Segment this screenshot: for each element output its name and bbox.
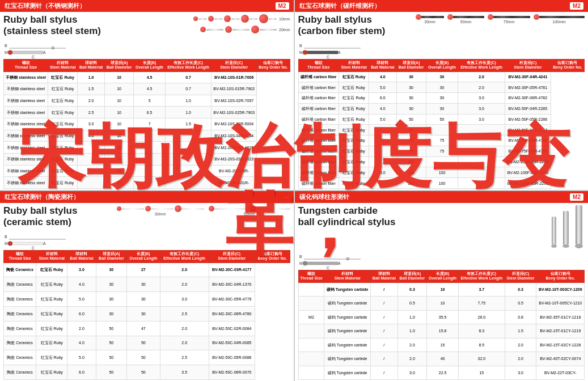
svg-text:M: M	[299, 50, 303, 54]
table-row: 陶瓷 Ceramics红宝石 Ruby3.030272.0BV-M2-30C-0…	[4, 263, 290, 277]
th-ball-mat-cer: 球材料Ball Material	[67, 250, 96, 263]
table-cell	[458, 136, 505, 146]
panel-header-tungsten: 碳化钨球柱形测针 M2	[295, 191, 589, 203]
table-cell: BV-M2-100F-06R-2289	[505, 156, 551, 167]
svg-rect-26	[576, 205, 582, 245]
table-cell: 1.0	[78, 71, 105, 83]
table-cell: 碳钨 Tungsten carbide	[324, 324, 371, 338]
table-cell	[426, 156, 458, 167]
table-row: 不锈钢 stainless steel红宝石 Ruby20BV-M2-20S-0…	[4, 165, 290, 177]
table-cell	[78, 142, 105, 154]
table-cell	[298, 352, 324, 366]
table-cell: 3.5	[160, 365, 209, 380]
table-cell: 2.0	[160, 263, 209, 277]
table-row: 碳钨 Tungsten carbide/2.04032.02.0BV-M2-40…	[298, 352, 585, 366]
svg-point-12	[303, 50, 307, 54]
table-cell	[458, 178, 505, 189]
table-cell: 陶瓷 Ceramics	[4, 277, 36, 292]
table-cell: 10	[104, 107, 133, 118]
table-body-stainless: 不锈钢 stainless steel红宝石 Ruby1.0104.50.7BV…	[4, 71, 290, 188]
th-thread-cer: 螺纹Thread Size	[4, 250, 36, 263]
table-cell: 26.0	[459, 310, 505, 324]
table-cell: 红宝石 Ruby	[48, 95, 78, 107]
stylus-unit-5	[259, 14, 277, 23]
diagram-tungsten: B M C A D	[298, 253, 585, 270]
table-cell: 5.0	[369, 82, 396, 93]
table-cell: 红宝石 Ruby	[339, 82, 369, 93]
th-length: 长度(B)Overall Length	[134, 59, 166, 71]
svg-text:D: D	[52, 46, 54, 50]
svg-text:C: C	[32, 246, 35, 249]
table-cell: 50	[96, 321, 126, 336]
carbon-images-row: 30mm 50mm	[416, 14, 585, 24]
table-cell: /	[370, 310, 397, 324]
product-title-ceramic: Ruby ball stylus (ceramic stem)	[3, 205, 77, 231]
ceramic-long-stem	[256, 208, 290, 210]
product-images-ceramic: 30mm	[82, 205, 290, 216]
table-cell: 不锈钢 stainless steel	[4, 71, 48, 83]
table-cell: 红宝石 Ruby	[339, 125, 369, 136]
th-thread-tc: 螺纹Thread Size	[298, 270, 324, 283]
table-row: 陶瓷 Ceramics红宝石 Ruby5.030303.0BV-M2-30C-0…	[4, 292, 290, 307]
table-cell	[78, 177, 105, 189]
table-cell	[165, 142, 211, 154]
table-cell: BV-M2-10S-02R-7097	[211, 95, 257, 107]
table-cell: 30	[426, 103, 458, 114]
table-cell: 50	[426, 114, 458, 125]
panel-body-ceramic: Ruby ball stylus (ceramic stem)	[0, 203, 294, 381]
th-stem-dia-tc: 杆直径(C)Stem Diameter	[505, 270, 536, 283]
table-cell: 0.5	[505, 297, 536, 310]
svg-point-4	[8, 50, 12, 54]
svg-text:M: M	[5, 50, 8, 54]
table-cell: 不锈钢 stainless steel	[4, 118, 48, 130]
table-cell: BV-M2-40T-02CY-0074	[536, 352, 585, 366]
table-cell: BV-M2-10S-025R-7903	[211, 107, 257, 118]
table-body-ceramic: 陶瓷 Ceramics红宝石 Ruby3.030272.0BV-M2-30C-0…	[4, 263, 290, 379]
svg-rect-31	[304, 262, 338, 265]
table-cell: BV-M2-10T-003CY-1209	[536, 282, 585, 296]
long-stem	[260, 29, 277, 31]
panel-body-tungsten: Tungsten carbide ball cylindrical stylus	[295, 203, 589, 381]
ceramic-images-row: 30mm	[117, 205, 290, 216]
table-cell: 4.0	[67, 336, 96, 350]
table-cell: 10	[104, 118, 133, 130]
product-images-carbon: 30mm 50mm	[390, 14, 585, 24]
table-row: 碳纤维 carbon fiber红宝石 Ruby7575BV-M2-75F-04…	[298, 136, 585, 146]
table-cell: 陶瓷 Ceramics	[4, 321, 36, 336]
th-thread-c: 螺纹Thread Size	[298, 59, 339, 71]
table-cell: 0.5	[397, 297, 426, 310]
table-cell: 35.5	[427, 310, 459, 324]
table-cell: 4.0	[67, 277, 96, 292]
table-cell: 6.5	[134, 107, 166, 118]
ceramic-s3	[175, 205, 204, 212]
table-cell	[426, 125, 458, 136]
table-cell: 2.0	[505, 352, 536, 366]
table-cell: /	[370, 297, 397, 310]
table-cell: 15	[427, 338, 459, 352]
table-cell: 47	[126, 321, 160, 336]
table-cell: 50	[126, 350, 160, 365]
table-cell: BV-M2-15T-01CY-1219	[536, 324, 585, 338]
ceramic-stem	[181, 208, 204, 210]
tc-stylus-group	[549, 205, 585, 251]
table-cell: 4.5	[134, 83, 166, 95]
m2-badge-carbon: M2	[570, 2, 583, 10]
table-cell: 3.0	[458, 103, 505, 114]
th-ball-dia-tc: 球直径(A)Ball Diameter	[397, 270, 426, 283]
stainless-balls-row: 10mm	[193, 14, 290, 23]
table-row: 不锈钢 stainless steel红宝石 Ruby1.5104.50.7BV…	[4, 83, 290, 95]
svg-text:C: C	[32, 55, 35, 58]
th-ball-dia-cer: 球直径(A)Ball Diameter	[96, 250, 126, 263]
cf-stylus-30	[416, 14, 444, 20]
table-cell: 7	[134, 118, 166, 130]
table-cell: 陶瓷 Ceramics	[4, 336, 36, 350]
ceramic-long	[209, 205, 290, 212]
table-row: 陶瓷 Ceramics红宝石 Ruby4.030302.0BV-M2-30C-0…	[4, 277, 290, 292]
ruby-ball	[251, 26, 259, 33]
table-cell: 0.3	[397, 282, 426, 296]
table-cell: 红宝石 Ruby	[36, 306, 67, 321]
svg-point-23	[551, 244, 557, 248]
table-cell	[458, 167, 505, 178]
panel-header-carbon: 红宝石球测针（碳纤维测杆） M2	[295, 0, 589, 12]
cf-75mm: 75mm	[488, 14, 530, 24]
